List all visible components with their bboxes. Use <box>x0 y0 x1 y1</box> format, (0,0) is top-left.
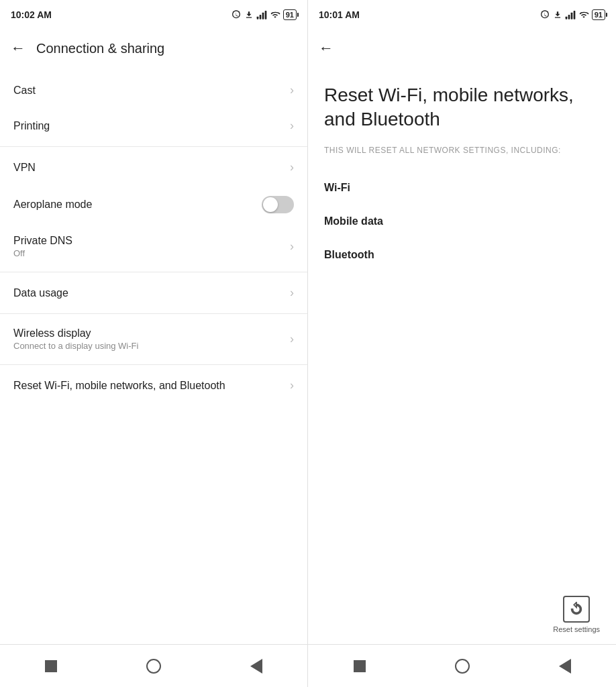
printing-title: Printing <box>13 120 50 132</box>
left-panel: 10:02 AM 91 ← Connection & sharing <box>0 0 308 687</box>
left-status-bar: 10:02 AM 91 <box>0 0 307 30</box>
left-page-title: Connection & sharing <box>36 41 164 56</box>
reset-wifi-title: Reset Wi-Fi, mobile networks, and Blueto… <box>13 380 225 392</box>
right-status-time: 10:01 AM <box>319 9 360 20</box>
aeroplane-toggle-knob <box>263 197 278 212</box>
svg-rect-3 <box>264 11 266 19</box>
recents-icon <box>45 660 57 672</box>
private-dns-title: Private DNS <box>13 235 72 247</box>
right-status-icons: 91 <box>540 9 605 20</box>
signal-icon <box>256 10 267 19</box>
vpn-title: VPN <box>13 162 36 174</box>
left-battery: 91 <box>283 9 297 20</box>
data-usage-item[interactable]: Data usage › <box>0 275 307 311</box>
download-icon <box>244 10 254 19</box>
right-home-icon <box>455 659 470 674</box>
private-dns-chevron: › <box>290 240 294 254</box>
alarm-icon <box>231 9 242 20</box>
wireless-display-title: Wireless display <box>13 327 138 339</box>
right-nav-home[interactable] <box>450 654 474 678</box>
private-dns-subtitle: Off <box>13 248 72 258</box>
reset-page-title: Reset Wi-Fi, mobile networks, and Blueto… <box>324 83 600 132</box>
reset-settings-button[interactable]: Reset settings <box>553 596 600 633</box>
svg-rect-2 <box>262 13 264 19</box>
back-icon <box>250 659 262 674</box>
right-nav-back[interactable] <box>553 654 577 678</box>
reset-button-area: Reset settings <box>308 585 616 644</box>
right-main-content: Reset Wi-Fi, mobile networks, and Blueto… <box>308 67 616 585</box>
right-recents-icon <box>354 660 366 672</box>
right-panel: 10:01 AM 91 ← Reset Wi-Fi, mobile networ… <box>308 0 616 687</box>
reset-mobile-data-label: Mobile data <box>324 205 600 238</box>
svg-rect-7 <box>573 11 575 19</box>
left-nav-recents[interactable] <box>39 654 63 678</box>
svg-rect-0 <box>256 17 258 19</box>
reset-page-subtitle: THIS WILL RESET ALL NETWORK SETTINGS, IN… <box>324 146 600 155</box>
wireless-display-chevron: › <box>290 332 294 346</box>
svg-rect-1 <box>259 15 261 19</box>
left-nav-home[interactable] <box>142 654 166 678</box>
cast-chevron: › <box>290 83 294 97</box>
reset-bluetooth-label: Bluetooth <box>324 238 600 272</box>
right-back-button[interactable]: ← <box>319 40 333 57</box>
right-signal-icon <box>565 10 576 19</box>
cast-item[interactable]: Cast › <box>0 72 307 108</box>
right-nav-recents[interactable] <box>348 654 372 678</box>
printing-item[interactable]: Printing › <box>0 108 307 144</box>
aeroplane-toggle[interactable] <box>262 196 294 213</box>
right-wifi-icon <box>578 10 589 19</box>
divider-3 <box>0 313 307 314</box>
divider-4 <box>0 364 307 365</box>
svg-rect-4 <box>565 17 567 19</box>
reset-icon-svg <box>569 602 584 617</box>
right-download-icon <box>553 10 562 19</box>
divider-2 <box>0 272 307 272</box>
right-alarm-icon <box>540 9 550 20</box>
aeroplane-toggle-track[interactable] <box>262 196 294 213</box>
wireless-display-item[interactable]: Wireless display Connect to a display us… <box>0 317 307 362</box>
aeroplane-item[interactable]: Aeroplane mode <box>0 185 307 224</box>
left-back-button[interactable]: ← <box>11 40 25 57</box>
home-icon <box>146 659 161 674</box>
reset-wifi-label: Wi-Fi <box>324 171 600 205</box>
right-status-bar: 10:01 AM 91 <box>308 0 616 30</box>
printing-chevron: › <box>290 119 294 133</box>
reset-wifi-item[interactable]: Reset Wi-Fi, mobile networks, and Blueto… <box>0 368 307 403</box>
right-battery: 91 <box>592 9 605 20</box>
left-status-icons: 91 <box>231 9 297 20</box>
cast-title: Cast <box>13 85 36 97</box>
data-usage-chevron: › <box>290 286 294 300</box>
reset-settings-icon <box>563 596 590 623</box>
left-nav-back[interactable] <box>244 654 268 678</box>
svg-rect-6 <box>570 13 572 19</box>
right-top-bar[interactable]: ← <box>308 30 616 67</box>
vpn-item[interactable]: VPN › <box>0 150 307 185</box>
aeroplane-title: Aeroplane mode <box>13 199 92 211</box>
left-status-time: 10:02 AM <box>11 9 52 20</box>
reset-settings-label: Reset settings <box>553 625 600 633</box>
wireless-display-subtitle: Connect to a display using Wi-Fi <box>13 341 138 351</box>
data-usage-title: Data usage <box>13 287 68 299</box>
private-dns-item[interactable]: Private DNS Off › <box>0 224 307 269</box>
divider-1 <box>0 146 307 147</box>
svg-rect-5 <box>568 15 570 19</box>
left-top-bar[interactable]: ← Connection & sharing <box>0 30 307 67</box>
right-bottom-nav <box>308 644 616 687</box>
wifi-icon <box>270 10 280 19</box>
left-bottom-nav <box>0 644 307 687</box>
vpn-chevron: › <box>290 160 294 174</box>
left-settings-list: Cast › Printing › VPN › Aeroplane mode <box>0 67 307 644</box>
right-back-icon <box>559 659 571 674</box>
reset-wifi-chevron: › <box>290 378 294 392</box>
